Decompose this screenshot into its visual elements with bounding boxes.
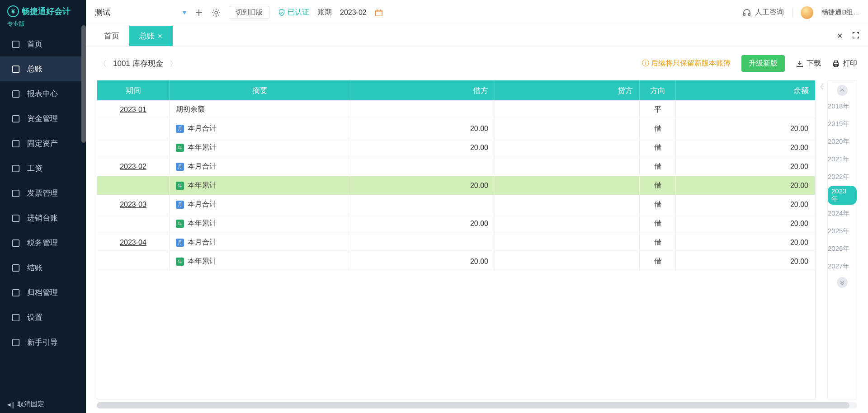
year-item[interactable]: 2020年 <box>828 133 857 150</box>
guide-icon <box>11 338 21 347</box>
cell-debit: 20.00 <box>350 138 495 157</box>
year-strip: 2018年2019年2020年2021年2022年2023年2024年2025年… <box>827 80 857 399</box>
upgrade-button[interactable]: 升级新版 <box>741 55 785 72</box>
cell-summary: 年本年累计 <box>170 252 350 271</box>
period-link[interactable]: 2023-04 <box>120 239 146 247</box>
cancel-fixed-button[interactable]: ◂‖ 取消固定 <box>0 395 86 413</box>
col-period: 期间 <box>97 80 170 100</box>
nav-label: 资金管理 <box>27 113 58 124</box>
sidebar-item-archive[interactable]: 归档管理 <box>0 280 86 305</box>
sidebar-item-tax[interactable]: 税务管理 <box>0 230 86 255</box>
table-row[interactable]: 2023-01期初余额平 <box>97 100 815 119</box>
year-item[interactable]: 2023年 <box>828 186 857 205</box>
sidebar-scrollbar[interactable] <box>81 25 86 143</box>
sidebar-item-guide[interactable]: 新手引导 <box>0 330 86 355</box>
nav-label: 归档管理 <box>27 287 58 298</box>
next-account-button[interactable]: 〉 <box>168 56 179 71</box>
cell-debit <box>350 195 495 214</box>
sidebar-item-chart[interactable]: 报表中心 <box>0 81 86 106</box>
year-up-button[interactable] <box>837 85 848 96</box>
cell-balance: 20.00 <box>676 176 815 195</box>
fullscreen-icon[interactable] <box>852 31 860 41</box>
content-header: 〈 1001 库存现金 〉 ⓘ 后续将只保留新版本账簿 升级新版 下载 打印 <box>97 55 857 72</box>
nav-label: 进销台账 <box>27 213 58 223</box>
gear-icon <box>11 313 21 323</box>
nav-label: 工资 <box>27 163 42 174</box>
table-row[interactable]: 2023-04月本月合计借20.00 <box>97 233 815 252</box>
prev-account-button[interactable]: 〈 <box>97 56 108 71</box>
period-link[interactable]: 2023-03 <box>120 201 146 209</box>
year-item[interactable]: 2025年 <box>828 222 857 240</box>
table-row[interactable]: 2023-03月本月合计借20.00 <box>97 195 815 214</box>
scrollbar-thumb[interactable] <box>97 402 849 408</box>
table-row[interactable]: 年本年累计20.00借20.00 <box>97 214 815 233</box>
table-row[interactable]: 月本月合计20.00借20.00 <box>97 119 815 138</box>
period-link[interactable]: 2023-01 <box>120 106 146 114</box>
sidebar-item-gear[interactable]: 设置 <box>0 305 86 330</box>
collapse-year-strip[interactable]: 《 <box>816 80 825 399</box>
svg-rect-8 <box>13 239 19 246</box>
year-item[interactable]: 2021年 <box>828 150 857 168</box>
cell-credit <box>495 138 640 157</box>
sidebar-item-home[interactable]: 首页 <box>0 32 86 56</box>
year-icon: 年 <box>176 144 184 152</box>
cell-credit <box>495 252 640 271</box>
year-item[interactable]: 2026年 <box>828 240 857 258</box>
close-tabs-button[interactable]: ✕ <box>837 32 843 40</box>
cell-credit <box>495 157 640 176</box>
year-item[interactable]: 2019年 <box>828 115 857 133</box>
calendar-icon[interactable] <box>375 9 383 17</box>
nav: 首页总账报表中心资金管理固定资产工资发票管理进销台账税务管理结账归档管理设置新手… <box>0 32 86 413</box>
year-item[interactable]: 2027年 <box>828 258 857 275</box>
svg-rect-12 <box>13 339 19 346</box>
table-row[interactable]: 年本年累计20.00借20.00 <box>97 138 815 157</box>
avatar[interactable] <box>801 6 813 19</box>
download-button[interactable]: 下载 <box>796 59 821 68</box>
print-icon <box>832 60 840 68</box>
table-row[interactable]: 年本年累计20.00借20.00 <box>97 252 815 271</box>
cell-direction: 借 <box>640 176 676 195</box>
cell-period <box>97 138 170 157</box>
sidebar-item-salary[interactable]: 工资 <box>0 156 86 181</box>
verified-badge[interactable]: 已认证 <box>278 8 309 17</box>
user-name[interactable]: 畅捷通B组... <box>821 8 859 17</box>
close-icon[interactable]: ✕ <box>157 33 163 40</box>
tab-ledger[interactable]: 总账✕ <box>129 26 173 46</box>
cell-debit <box>350 100 495 119</box>
table-row[interactable]: 2023-02月本月合计借20.00 <box>97 157 815 176</box>
year-item[interactable]: 2024年 <box>828 205 857 222</box>
sidebar-item-asset[interactable]: 固定资产 <box>0 131 86 156</box>
year-item[interactable]: 2022年 <box>828 168 857 186</box>
col-debit: 借方 <box>350 80 495 100</box>
org-selector[interactable]: 测试 ▾ <box>95 7 186 18</box>
print-button[interactable]: 打印 <box>832 59 857 68</box>
support-link[interactable]: 人工咨询 <box>742 8 784 17</box>
year-item[interactable]: 2018年 <box>828 98 857 115</box>
col-balance: 余额 <box>676 80 815 100</box>
sidebar-item-invoice[interactable]: 发票管理 <box>0 181 86 206</box>
cell-debit <box>350 233 495 252</box>
cell-debit: 20.00 <box>350 252 495 271</box>
month-icon: 月 <box>176 239 184 247</box>
nav-label: 设置 <box>27 312 42 323</box>
asset-icon <box>11 139 21 149</box>
table-header: 期间 摘要 借方 贷方 方向 余额 <box>97 80 815 100</box>
horizontal-scrollbar[interactable] <box>97 402 857 408</box>
period-link[interactable]: 2023-02 <box>120 163 146 171</box>
sidebar-item-close-period[interactable]: 结账 <box>0 255 86 280</box>
settings-button[interactable] <box>212 8 221 17</box>
sidebar-item-wallet[interactable]: 资金管理 <box>0 106 86 131</box>
tab-home[interactable]: 首页 <box>94 26 129 46</box>
ledger-table: 期间 摘要 借方 贷方 方向 余额 2023-01期初余额平月本月合计20.00… <box>97 80 816 399</box>
add-button[interactable] <box>194 8 203 17</box>
table-row[interactable]: 年本年累计20.00借20.00 <box>97 176 815 195</box>
tab-label: 总账 <box>139 31 155 41</box>
cell-summary: 月本月合计 <box>170 119 350 138</box>
sidebar-item-book[interactable]: 总账 <box>0 56 86 81</box>
switch-old-button[interactable]: 切到旧版 <box>229 6 269 19</box>
cell-credit <box>495 233 640 252</box>
cell-balance: 20.00 <box>676 195 815 214</box>
sidebar-item-ledger[interactable]: 进销台账 <box>0 206 86 230</box>
year-down-button[interactable] <box>837 277 848 288</box>
chevron-down-icon: ▾ <box>183 8 186 17</box>
